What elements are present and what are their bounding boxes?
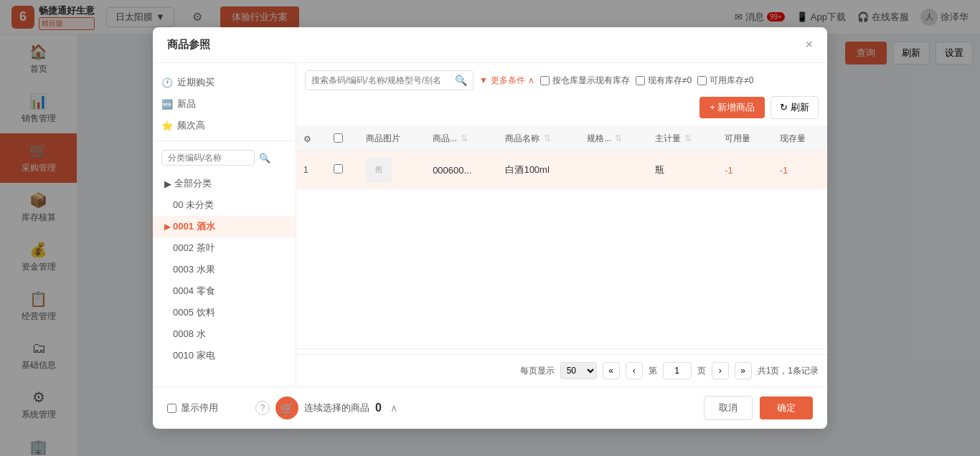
scroll-area [296, 348, 827, 354]
cat-item-0004[interactable]: 0004 零食 [153, 280, 296, 302]
row-checkbox[interactable] [334, 164, 343, 174]
cat-item-all[interactable]: ▶ 全部分类 [153, 173, 296, 194]
row-code-cell: 000600... [425, 151, 498, 189]
cart-icon[interactable]: 🛒 [275, 396, 298, 419]
cat-expand-icon: ▶ [164, 179, 171, 189]
cancel-btn[interactable]: 取消 [704, 396, 753, 420]
col-settings[interactable]: ⚙ [296, 127, 326, 151]
row-unit-cell: 瓶 [648, 151, 717, 189]
col-img: 商品图片 [359, 127, 425, 151]
show-disabled-label[interactable]: 显示停用 [167, 402, 218, 414]
right-panel: 🔍 ▼ 更多条件 ∧ 按仓库显示现有库存 现有库存≠0 [296, 63, 827, 386]
cat-item-0001[interactable]: ▶ 0001 酒水 [153, 216, 296, 237]
show-disabled-checkbox[interactable] [167, 404, 176, 413]
col-unit[interactable]: 主计量 ⇅ [648, 127, 717, 151]
cat-tree: ▶ 全部分类 00 未分类 ▶ 0001 酒水 0002 茶叶 0003 水果 [153, 170, 296, 378]
col-stock: 现存量 [773, 127, 827, 151]
modal-close-button[interactable]: × [805, 37, 813, 52]
collapse-btn[interactable]: ∧ [390, 402, 397, 414]
footer-actions: 取消 确定 [704, 396, 813, 420]
search-box: 🔍 [305, 70, 473, 90]
cat-item-0010[interactable]: 0010 家电 [153, 345, 296, 366]
recent-buy-icon: 🕐 [161, 77, 173, 88]
freq-high-item[interactable]: ⭐ 频次高 [153, 115, 296, 136]
table-body: 1 图 000600... 白酒100ml 瓶 -1 -1 [296, 151, 827, 189]
col-spec[interactable]: 规格... ⇅ [580, 127, 648, 151]
check-available-nonzero[interactable]: 可用库存≠0 [697, 75, 753, 87]
product-image: 图 [366, 157, 392, 183]
row-spec-cell [580, 151, 648, 189]
pagination: 每页显示 50 100 « ‹ 第 页 › » 共1页，1条记录 [296, 354, 827, 386]
filter-btn[interactable]: ▼ 更多条件 ∧ [479, 75, 534, 87]
row-available-cell: -1 [717, 151, 772, 189]
modal-header: 商品参照 × [153, 27, 827, 63]
page-first-btn[interactable]: « [603, 362, 620, 379]
cat-item-00[interactable]: 00 未分类 [153, 194, 296, 216]
col-available: 可用量 [717, 127, 772, 151]
page-number-input[interactable] [663, 362, 692, 379]
new-item-icon: 🆕 [161, 99, 173, 110]
cat-search-input[interactable] [161, 150, 255, 166]
col-name[interactable]: 商品名称 ⇅ [498, 127, 580, 151]
warehouse-checkbox[interactable] [540, 76, 550, 85]
search-input[interactable] [306, 72, 449, 89]
row-name-cell: 白酒100ml [498, 151, 580, 189]
cat-item-0003[interactable]: 0003 水果 [153, 259, 296, 280]
check-stock-nonzero[interactable]: 现有库存≠0 [636, 75, 692, 87]
recent-buy-item[interactable]: 🕐 近期购买 [153, 72, 296, 93]
cat-active-arrow: ▶ [164, 222, 170, 232]
help-icon[interactable]: ? [255, 401, 270, 415]
footer-cart: ? 🛒 连续选择的商品 0 ∧ [255, 396, 397, 419]
new-item[interactable]: 🆕 新品 [153, 93, 296, 115]
table-header-row: ⚙ 商品图片 商品... ⇅ 商品名称 ⇅ 规格... ⇅ 主计量 ⇅ 可用量 … [296, 127, 827, 151]
modal-title: 商品参照 [167, 38, 210, 52]
row-img-cell: 图 [359, 151, 425, 189]
table-row[interactable]: 1 图 000600... 白酒100ml 瓶 -1 -1 [296, 151, 827, 189]
page-prev-btn[interactable]: ‹ [626, 362, 643, 379]
refresh-btn[interactable]: ↻ 刷新 [771, 96, 819, 119]
left-panel: 🕐 近期购买 🆕 新品 ⭐ 频次高 🔍 ▶ [153, 63, 296, 386]
stock-nonzero-checkbox[interactable] [636, 76, 645, 85]
divider [153, 141, 296, 141]
toolbar: 🔍 ▼ 更多条件 ∧ 按仓库显示现有库存 现有库存≠0 [296, 63, 827, 127]
product-modal: 商品参照 × 🕐 近期购买 🆕 新品 ⭐ 频次高 [153, 27, 827, 429]
check-warehouse[interactable]: 按仓库显示现有库存 [540, 75, 630, 87]
row-stock-cell: -1 [773, 151, 827, 189]
confirm-btn[interactable]: 确定 [760, 396, 813, 419]
available-nonzero-checkbox[interactable] [697, 76, 707, 85]
cat-search: 🔍 [153, 146, 296, 170]
page-last-btn[interactable]: » [735, 362, 752, 379]
table-area: ⚙ 商品图片 商品... ⇅ 商品名称 ⇅ 规格... ⇅ 主计量 ⇅ 可用量 … [296, 127, 827, 348]
select-all-checkbox[interactable] [334, 133, 343, 143]
modal-body: 🕐 近期购买 🆕 新品 ⭐ 频次高 🔍 ▶ [153, 63, 827, 386]
per-page-select[interactable]: 50 100 [560, 362, 597, 379]
cat-item-0008[interactable]: 0008 水 [153, 323, 296, 345]
search-button[interactable]: 🔍 [449, 71, 473, 90]
add-product-btn[interactable]: + 新增商品 [699, 97, 765, 118]
row-checkbox-cell[interactable] [326, 151, 359, 189]
cat-item-0005[interactable]: 0005 饮料 [153, 302, 296, 323]
cat-item-0002[interactable]: 0002 茶叶 [153, 237, 296, 259]
filter-icon: ▼ [479, 75, 488, 85]
product-table: ⚙ 商品图片 商品... ⇅ 商品名称 ⇅ 规格... ⇅ 主计量 ⇅ 可用量 … [296, 127, 827, 189]
modal-footer: 显示停用 ? 🛒 连续选择的商品 0 ∧ 取消 确定 [153, 386, 827, 429]
cat-search-icon[interactable]: 🔍 [259, 153, 270, 163]
freq-high-icon: ⭐ [161, 120, 173, 131]
toolbar-right: + 新增商品 ↻ 刷新 [699, 96, 819, 119]
col-checkbox[interactable] [326, 127, 359, 151]
page-next-btn[interactable]: › [712, 362, 729, 379]
col-code[interactable]: 商品... ⇅ [425, 127, 498, 151]
row-num: 1 [296, 151, 326, 189]
modal-overlay: 商品参照 × 🕐 近期购买 🆕 新品 ⭐ 频次高 [0, 0, 980, 456]
